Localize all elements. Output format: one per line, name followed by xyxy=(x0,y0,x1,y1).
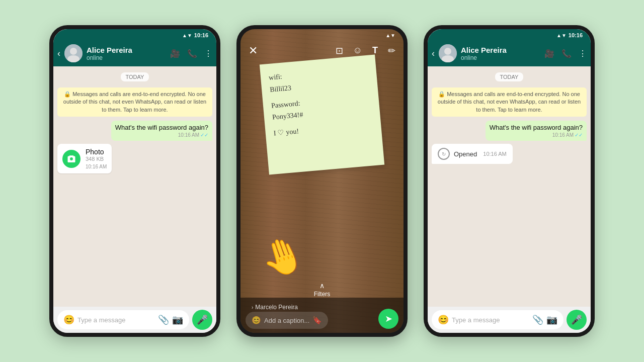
phone-receiver: ▲▼ 10:16 ‹ Alice Pereira online 🎥 📞 ⋮ TO… xyxy=(424,25,595,337)
contact-name-1: Alice Pereira xyxy=(87,46,166,54)
menu-icon-3[interactable]: ⋮ xyxy=(579,49,587,58)
input-bar-3: 😊 Type a message 📎 📷 🎤 xyxy=(428,307,591,333)
svg-point-1 xyxy=(70,48,77,55)
message-out-3: What's the wifi password again? 10:16 AM… xyxy=(486,121,587,141)
mic-button-3[interactable]: 🎤 xyxy=(567,310,587,330)
msg-out-time-3: 10:16 AM✓✓ xyxy=(490,132,583,138)
caption-sticker-icon[interactable]: 🔖 xyxy=(312,316,322,325)
encryption-notice-1: 🔒 Messages and calls are end-to-end encr… xyxy=(57,87,212,117)
caption-contact: › Marcelo Pereira xyxy=(246,302,398,312)
mic-button-1[interactable]: 🎤 xyxy=(192,310,212,330)
chevron-right-icon: › xyxy=(252,305,253,310)
avatar-1 xyxy=(64,44,83,62)
input-placeholder-1[interactable]: Type a message xyxy=(77,316,155,324)
close-button-viewer[interactable]: ✕ xyxy=(249,44,258,57)
caption-bar: › Marcelo Pereira 😊 Add a caption... 🔖 ➤ xyxy=(240,298,404,333)
avatar-3 xyxy=(439,44,457,62)
chat-header-1: ‹ Alice Pereira online 🎥 📞 ⋮ xyxy=(53,40,216,66)
date-badge-1: TODAY xyxy=(121,72,149,81)
viewer-status-bar: ▲▼ xyxy=(240,29,404,40)
caption-contact-name: Marcelo Pereira xyxy=(255,304,298,311)
time-3: 10:16 xyxy=(569,32,583,38)
photo-icon-1 xyxy=(62,150,80,168)
voice-call-icon-3[interactable]: 📞 xyxy=(561,49,572,58)
camera-input-icon-1[interactable]: 📷 xyxy=(172,314,183,325)
viewer-tools: ⊡ ☺ T ✏ xyxy=(336,45,395,56)
signal-icon: ▲▼ xyxy=(182,33,192,38)
sticky-note: wifi: Billil23 Password: Pony334!# I ♡ y… xyxy=(260,54,384,174)
photo-time-1: 10:16 AM xyxy=(86,164,107,169)
encryption-notice-3: 🔒 Messages and calls are end-to-end encr… xyxy=(432,87,587,117)
photo-size-1: 348 KB xyxy=(86,156,107,162)
opened-message-3[interactable]: ↻ Opened 10:16 AM xyxy=(432,144,513,164)
contact-info-3: Alice Pereira online xyxy=(461,46,540,61)
phone-viewer: wifi: Billil23 Password: Pony334!# I ♡ y… xyxy=(236,25,408,337)
send-icon: ➤ xyxy=(385,313,392,324)
emoji-input-icon-3[interactable]: 😊 xyxy=(438,314,449,325)
emoji-icon-viewer[interactable]: ☺ xyxy=(353,45,362,56)
chat-area-1: TODAY 🔒 Messages and calls are end-to-en… xyxy=(53,66,216,307)
menu-icon-1[interactable]: ⋮ xyxy=(204,49,212,58)
chat-area-3: TODAY 🔒 Messages and calls are end-to-en… xyxy=(428,66,591,307)
filters-label: Filters xyxy=(314,291,331,298)
opened-time-3: 10:16 AM xyxy=(483,151,506,157)
caption-input[interactable]: 😊 Add a caption... 🔖 xyxy=(246,312,328,329)
voice-call-icon-1[interactable]: 📞 xyxy=(187,49,197,58)
phone-sender: ▲▼ 10:16 ‹ Alice Pereira online 🎥 📞 ⋮ TO… xyxy=(49,25,220,337)
video-call-icon-3[interactable]: 🎥 xyxy=(544,49,554,58)
photo-message-1[interactable]: Photo 348 KB 10:16 AM xyxy=(57,144,112,173)
viewer-signal-icon: ▲▼ xyxy=(385,33,395,38)
emoji-input-icon-1[interactable]: 😊 xyxy=(63,314,74,325)
msg-out-time-1: 10:16 AM✓✓ xyxy=(115,132,208,138)
contact-name-3: Alice Pereira xyxy=(461,46,540,54)
msg-out-text-3: What's the wifi password again? xyxy=(490,124,583,131)
caption-placeholder[interactable]: Add a caption... xyxy=(264,317,309,324)
message-out-1: What's the wifi password again? 10:16 AM… xyxy=(111,121,212,141)
svg-point-4 xyxy=(444,48,451,55)
chat-header-3: ‹ Alice Pereira online 🎥 📞 ⋮ xyxy=(428,40,591,66)
photo-details-1: Photo 348 KB 10:16 AM xyxy=(86,148,107,169)
attach-icon-3[interactable]: 📎 xyxy=(532,314,543,325)
caption-emoji-icon[interactable]: 😊 xyxy=(252,316,261,325)
contact-info-1: Alice Pereira online xyxy=(87,46,166,61)
sticky-note-container: wifi: Billil23 Password: Pony334!# I ♡ y… xyxy=(260,54,384,174)
camera-input-icon-3[interactable]: 📷 xyxy=(546,314,557,325)
back-button-3[interactable]: ‹ xyxy=(432,48,435,59)
input-wrap-3[interactable]: 😊 Type a message 📎 📷 xyxy=(432,310,564,329)
text-icon-viewer[interactable]: T xyxy=(372,45,378,56)
crop-icon-viewer[interactable]: ⊡ xyxy=(336,45,343,56)
contact-status-3: online xyxy=(461,54,540,61)
viewer-toolbar: ✕ ⊡ ☺ T ✏ xyxy=(240,40,404,61)
draw-icon-viewer[interactable]: ✏ xyxy=(388,45,395,56)
caption-send-button[interactable]: ➤ xyxy=(378,309,398,329)
status-bar-3: ▲▼ 10:16 xyxy=(428,29,591,40)
input-bar-1: 😊 Type a message 📎 📷 🎤 xyxy=(53,307,216,333)
filters-chevron-icon: ∧ xyxy=(319,282,325,290)
date-badge-3: TODAY xyxy=(495,72,524,81)
opened-label-3: Opened xyxy=(454,150,477,158)
contact-status-1: online xyxy=(87,54,166,61)
photo-label-1: Photo xyxy=(86,148,107,156)
status-bar-1: ▲▼ 10:16 xyxy=(53,29,216,40)
video-call-icon-1[interactable]: 🎥 xyxy=(170,49,180,58)
header-actions-1: 🎥 📞 ⋮ xyxy=(170,49,212,58)
signal-icon-3: ▲▼ xyxy=(556,33,567,38)
input-wrap-1[interactable]: 😊 Type a message 📎 📷 xyxy=(57,310,189,329)
msg-out-text-1: What's the wifi password again? xyxy=(115,124,208,131)
opened-icon-3: ↻ xyxy=(438,148,450,160)
back-button-1[interactable]: ‹ xyxy=(57,48,60,59)
time-1: 10:16 xyxy=(194,32,208,38)
filters-hint[interactable]: ∧ Filters xyxy=(314,282,331,298)
attach-icon-1[interactable]: 📎 xyxy=(158,314,169,325)
input-placeholder-3[interactable]: Type a message xyxy=(452,316,529,324)
header-actions-3: 🎥 📞 ⋮ xyxy=(544,49,587,58)
